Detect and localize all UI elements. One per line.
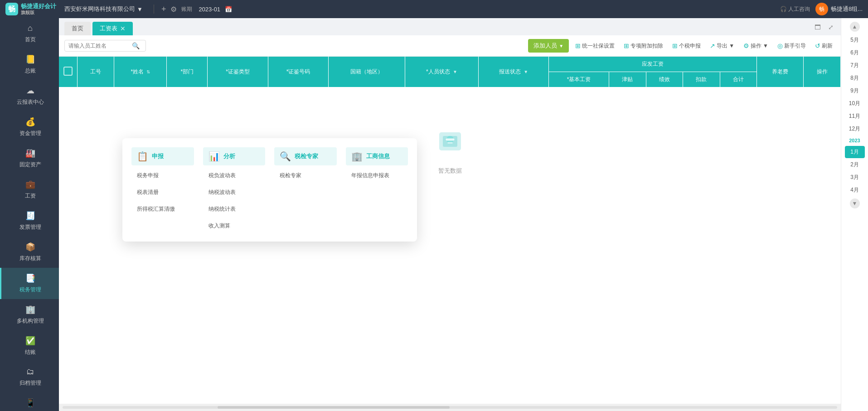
menu-item-annual-report[interactable]: 年报信息申报表 xyxy=(346,169,408,182)
top-header: 畅 畅捷通好会计 旗舰版 西安虾米网络科技有限公司 ▼ + ⚙ 账期 2023-… xyxy=(0,0,868,18)
menu-item-tax-fluctuation[interactable]: 纳税波动表 xyxy=(203,186,266,199)
social-insurance-button[interactable]: ⊞ 统一社保设置 xyxy=(572,40,617,52)
sidebar-item-ledger[interactable]: 📒 总账 xyxy=(0,49,59,80)
menu-item-tax-check[interactable]: 税检专家 xyxy=(274,169,337,182)
header-status: *人员状态 ▼ xyxy=(405,57,479,87)
scrollbar-thumb[interactable] xyxy=(218,406,450,409)
month-1[interactable]: 1月 xyxy=(845,146,865,158)
sidebar: ⌂ 首页 📒 总账 ☁ 云报表中心 💰 资金管理 🏭 固定资产 💼 工资 🧾 发… xyxy=(0,18,59,411)
home-sidebar-icon: ⌂ xyxy=(28,24,33,33)
refresh-icon: ↺ xyxy=(815,42,820,49)
empty-illustration xyxy=(432,123,468,160)
user-name: 畅捷通8组... xyxy=(831,5,863,13)
tab-maximize-icon[interactable]: ⤢ xyxy=(826,23,835,32)
menu-item-tax-declaration[interactable]: 税务申报 xyxy=(131,169,194,182)
sidebar-item-inventory[interactable]: 📦 库存核算 xyxy=(0,237,59,268)
user-info[interactable]: 畅 畅捷通8组... xyxy=(815,3,863,15)
add-company-icon[interactable]: + xyxy=(161,5,166,14)
month-7[interactable]: 7月 xyxy=(845,59,865,72)
menu-item-income-estimate[interactable]: 收入测算 xyxy=(203,219,266,232)
settings-icon[interactable]: ⚙ xyxy=(170,5,177,14)
tax-return-button[interactable]: ⊞ 个税申报 xyxy=(669,40,703,52)
empty-text: 暂无数据 xyxy=(438,167,462,175)
sidebar-item-tax[interactable]: 📑 税务管理 xyxy=(0,268,59,299)
calendar-down-button[interactable]: ▼ xyxy=(850,198,860,208)
tax-return-icon: ⊞ xyxy=(672,42,678,49)
new-guide-icon: ◎ xyxy=(777,42,783,49)
sidebar-item-fund[interactable]: 💰 资金管理 xyxy=(0,111,59,143)
menu-item-income-settlement[interactable]: 所得税汇算清缴 xyxy=(131,203,194,216)
toolbar: 🔍 添加人员 ▼ ⊞ 统一社保设置 ⊞ 专项附加扣除 ⊞ 个税申报 ↗ 导出 xyxy=(59,35,841,57)
month-5[interactable]: 5月 xyxy=(845,34,865,46)
company-selector[interactable]: 西安虾米网络科技有限公司 ▼ xyxy=(61,3,146,15)
menu-item-tax-burden[interactable]: 税负波动表 xyxy=(203,169,266,182)
export-icon: ↗ xyxy=(710,42,715,49)
month-12[interactable]: 12月 xyxy=(845,123,865,135)
status-filter-icon[interactable]: ▼ xyxy=(453,69,457,74)
month-2[interactable]: 2月 xyxy=(845,159,865,171)
search-input[interactable] xyxy=(68,43,132,49)
tax-dropdown-menu: 📋申报税务申报税表清册所得税汇算清缴📊分析税负波动表纳税波动表纳税统计表收入测算… xyxy=(122,138,417,242)
sidebar-item-archive[interactable]: 🗂 归档管理 xyxy=(0,362,59,392)
special-deduction-button[interactable]: ⊞ 专项附加扣除 xyxy=(621,40,666,52)
period-calendar-icon[interactable]: 📅 xyxy=(225,6,232,13)
menu-item-tax-clearance[interactable]: 税表清册 xyxy=(131,186,194,199)
month-4[interactable]: 4月 xyxy=(845,184,865,196)
fund-sidebar-icon: 💰 xyxy=(25,117,35,127)
analysis-menu-icon: 📊 xyxy=(209,151,220,162)
tab-bar-right: 🗖 ⤢ xyxy=(813,23,835,34)
new-guide-button[interactable]: ◎ 新手引导 xyxy=(775,40,809,52)
logo-icon: 畅 xyxy=(5,3,18,15)
tab-restore-icon[interactable]: 🗖 xyxy=(813,23,823,32)
sidebar-item-fixed-assets[interactable]: 🏭 固定资产 xyxy=(0,143,59,174)
fixed-assets-sidebar-label: 固定资产 xyxy=(19,161,41,169)
header-gross-salary-group: 应发工资 xyxy=(548,57,756,72)
month-11[interactable]: 11月 xyxy=(845,110,865,122)
special-deduction-icon: ⊞ xyxy=(624,42,629,49)
sidebar-item-payroll[interactable]: 💼 工资 xyxy=(0,174,59,205)
sidebar-item-cloud-report[interactable]: ☁ 云报表中心 xyxy=(0,80,59,111)
menu-section-business-info: 🏢工商信息年报信息申报表 xyxy=(346,147,408,232)
header-performance: 绩效 xyxy=(646,72,683,87)
month-3[interactable]: 3月 xyxy=(845,171,865,184)
ledger-sidebar-label: 总账 xyxy=(25,67,36,75)
period-label: 账期 xyxy=(181,5,192,13)
add-person-button[interactable]: 添加人员 ▼ xyxy=(528,39,569,53)
header-dept: *部门 xyxy=(167,57,208,87)
support-button[interactable]: 🎧 人工咨询 xyxy=(780,5,810,13)
sidebar-item-home[interactable]: ⌂ 首页 xyxy=(0,18,59,49)
month-10[interactable]: 10月 xyxy=(845,97,865,110)
fixed-assets-sidebar-icon: 🏭 xyxy=(25,148,35,158)
company-dropdown-icon: ▼ xyxy=(137,6,143,13)
calendar-up-button[interactable]: ▲ xyxy=(850,22,860,32)
period-value: 2023-01 xyxy=(199,6,220,13)
ledger-sidebar-icon: 📒 xyxy=(25,54,35,64)
sidebar-item-checkout[interactable]: ✅ 结账 xyxy=(0,330,59,362)
month-6[interactable]: 6月 xyxy=(845,47,865,59)
horizontal-scrollbar[interactable] xyxy=(63,406,837,409)
operations-button[interactable]: ⚙ 操作 ▼ xyxy=(741,40,771,52)
refresh-button[interactable]: ↺ 刷新 xyxy=(812,40,835,52)
checkout-sidebar-label: 结账 xyxy=(25,348,36,356)
sidebar-item-invoice[interactable]: 🧾 发票管理 xyxy=(0,205,59,237)
year-year2023[interactable]: 2023 xyxy=(845,135,865,145)
export-button[interactable]: ↗ 导出 ▼ xyxy=(707,40,737,52)
menu-item-tax-statistics[interactable]: 纳税统计表 xyxy=(203,203,266,216)
tab-close-icon[interactable]: ✕ xyxy=(120,25,126,32)
sidebar-item-multi-org[interactable]: 🏢 多机构管理 xyxy=(0,299,59,330)
header-region: 国籍（地区） xyxy=(329,57,405,87)
report-status-filter-icon[interactable]: ▼ xyxy=(524,69,528,74)
menu-section-header-tax-expert: 🔍税检专家 xyxy=(274,147,337,165)
bottom-scrollbar xyxy=(59,404,841,411)
sidebar-item-mini-sales[interactable]: 📱 小畅报销 xyxy=(0,392,59,411)
multi-org-sidebar-label: 多机构管理 xyxy=(17,317,44,325)
month-8[interactable]: 8月 xyxy=(845,72,865,84)
tab-home[interactable]: 首页 xyxy=(64,22,91,35)
header-id-type: *证鉴类型 xyxy=(208,57,268,87)
select-all-checkbox[interactable] xyxy=(63,67,73,76)
name-sort-icon[interactable]: ⇅ xyxy=(146,69,150,74)
month-9[interactable]: 9月 xyxy=(845,85,865,97)
tab-payroll[interactable]: 工资表 ✕ xyxy=(92,22,133,35)
header-checkbox-cell xyxy=(59,57,78,87)
menu-section-header-declaration: 📋申报 xyxy=(131,147,194,165)
